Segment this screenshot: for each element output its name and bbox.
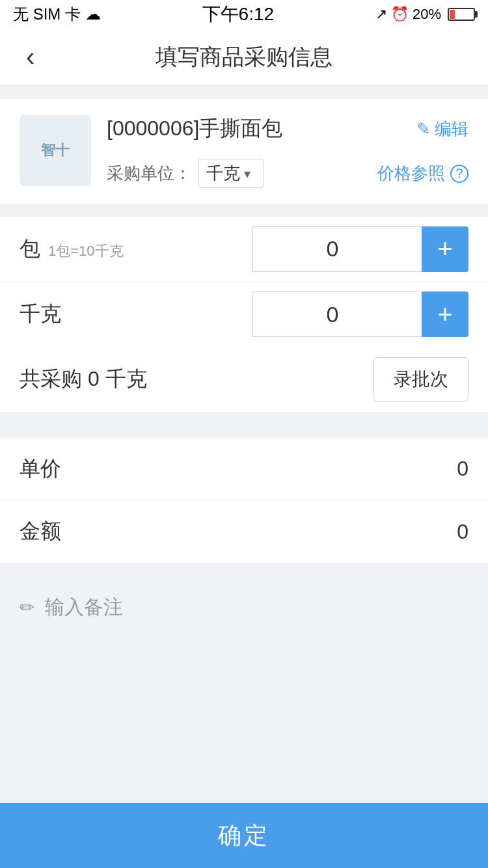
status-right: ↗ ⏰ 20%: [375, 6, 475, 23]
bag-plus-button[interactable]: +: [422, 226, 468, 272]
batch-button[interactable]: 录批次: [373, 357, 468, 401]
back-button[interactable]: ‹: [20, 36, 41, 78]
bag-input-control: +: [252, 226, 468, 272]
kg-quantity-input[interactable]: [252, 292, 422, 337]
unit-label-text: 采购单位：: [107, 162, 191, 185]
price-ref-button[interactable]: 价格参照 ?: [377, 162, 468, 185]
kg-label-text: 千克: [20, 300, 61, 329]
unit-select[interactable]: 千克 ▾: [198, 159, 264, 188]
page-title: 填写商品采购信息: [156, 42, 332, 72]
bag-input-row: 包 1包=10千克 +: [0, 217, 488, 282]
bottom-spacer: [0, 639, 488, 717]
status-left: 无 SIM 卡 ☁: [13, 4, 101, 25]
sim-wifi-status: 无 SIM 卡 ☁: [13, 4, 101, 25]
product-meta-row: 采购单位： 千克 ▾ 价格参照 ?: [107, 159, 468, 188]
status-time: 下午6:12: [202, 2, 275, 27]
kg-input-control: +: [252, 292, 468, 337]
nav-bar: ‹ 填写商品采购信息: [0, 29, 488, 86]
separator-2: [0, 412, 488, 425]
bag-label-text: 包: [20, 235, 40, 264]
status-bar: 无 SIM 卡 ☁ 下午6:12 ↗ ⏰ 20%: [0, 0, 488, 29]
unit-price-label: 单价: [20, 455, 61, 483]
confirm-button[interactable]: 确定: [0, 803, 488, 868]
location-icon: ↗: [375, 6, 387, 23]
product-logo: 智十: [41, 141, 70, 160]
amount-value: 0: [457, 520, 468, 544]
product-image: 智十: [20, 115, 91, 186]
bag-sublabel: 1包=10千克: [48, 241, 124, 261]
kg-label: 千克: [20, 300, 61, 329]
amount-row: 金额 0: [0, 500, 488, 563]
unit-price-value: 0: [457, 457, 468, 481]
info-icon: ?: [450, 165, 468, 183]
remarks-section[interactable]: ✏ 输入备注: [0, 576, 488, 639]
unit-price-row: 单价 0: [0, 438, 488, 500]
bag-label: 包 1包=10千克: [20, 235, 124, 264]
edit-icon: ✎: [416, 119, 431, 139]
summary-row: 共采购 0 千克 录批次: [0, 347, 488, 412]
amount-label: 金额: [20, 517, 61, 546]
kg-plus-button[interactable]: +: [422, 292, 468, 337]
summary-value: 0: [88, 367, 105, 390]
remarks-placeholder: 输入备注: [45, 594, 123, 621]
battery-icon: [448, 8, 475, 21]
unit-label: 采购单位： 千克 ▾: [107, 159, 264, 188]
summary-text: 共采购 0 千克: [20, 365, 147, 394]
price-ref-label: 价格参照: [377, 162, 445, 185]
price-info-section: 单价 0 金额 0: [0, 438, 488, 563]
battery-percent: 20%: [413, 6, 441, 23]
summary-unit: 千克: [105, 367, 147, 390]
edit-button[interactable]: ✎ 编辑: [416, 118, 468, 141]
separator-1: [0, 204, 488, 217]
product-card: 智十 [0000006]手撕面包 ✎ 编辑 采购单位： 千克 ▾ 价格参照 ?: [0, 99, 488, 204]
pencil-icon: ✏: [20, 597, 34, 618]
chevron-down-icon: ▾: [244, 166, 251, 182]
unit-value: 千克: [206, 162, 240, 185]
bag-quantity-input[interactable]: [252, 226, 422, 272]
product-name: [0000006]手撕面包: [107, 115, 282, 143]
kg-input-row: 千克 +: [0, 282, 488, 347]
product-info: [0000006]手撕面包 ✎ 编辑 采购单位： 千克 ▾ 价格参照 ?: [107, 115, 468, 188]
input-section: 包 1包=10千克 + 千克 +: [0, 217, 488, 347]
edit-label: 编辑: [435, 118, 468, 141]
product-name-row: [0000006]手撕面包 ✎ 编辑: [107, 115, 468, 143]
alarm-icon: ⏰: [391, 6, 409, 23]
summary-label: 共采购: [20, 367, 88, 390]
